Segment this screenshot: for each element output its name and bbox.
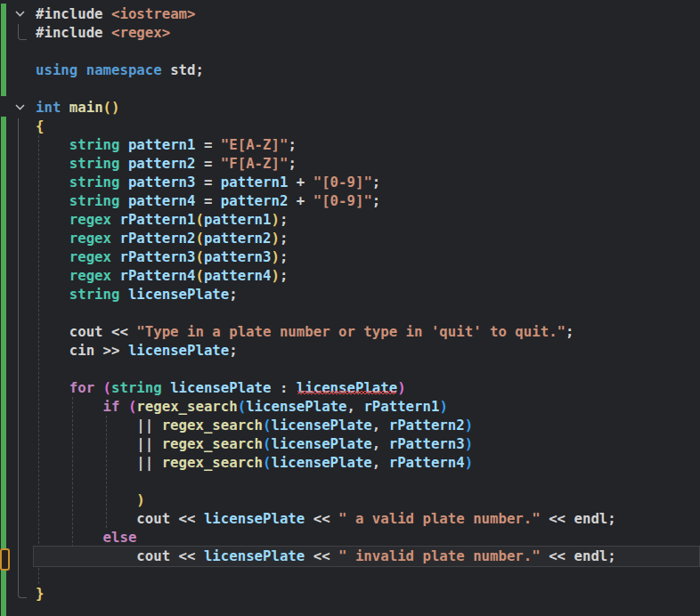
code-line[interactable]: cout << "Type in a plate number or type …	[0, 322, 700, 341]
code-line[interactable]: || regex_search(licensePlate, rPattern3)	[0, 434, 700, 453]
code-token: )	[439, 398, 447, 415]
code-token: =	[195, 192, 220, 209]
code-token: cin >>	[36, 342, 128, 359]
code-line[interactable]: }	[0, 584, 700, 603]
code-token: namespace	[86, 61, 162, 78]
code-token	[36, 192, 69, 209]
error-squiggle-token: licensePlate	[297, 379, 397, 396]
code-line[interactable]: string pattern4 = pattern2 + "[0-9]";	[0, 191, 700, 210]
code-token: }	[36, 585, 44, 602]
code-token: pattern1	[221, 174, 289, 190]
code-line[interactable]	[0, 472, 700, 490]
string-literal: " a valid plate number."	[338, 510, 541, 527]
code-line[interactable]: if (regex_search(licensePlate, rPattern1…	[0, 397, 700, 416]
code-token: )	[465, 435, 473, 452]
code-token: pattern1	[128, 136, 196, 153]
code-token: rPattern1	[119, 211, 195, 228]
code-line[interactable]: #include <regex>	[0, 23, 700, 42]
code-line[interactable]: else	[0, 528, 700, 547]
code-token: cout <<	[36, 547, 204, 564]
code-line[interactable]: {	[0, 117, 700, 135]
code-token: ;	[288, 136, 296, 153]
code-token: )	[465, 454, 473, 471]
code-token: regex_search	[136, 398, 237, 415]
code-token: ||	[36, 417, 162, 434]
code-token	[61, 99, 69, 116]
code-token	[36, 398, 103, 415]
code-token: << endl;	[541, 547, 616, 564]
code-token: (	[195, 248, 203, 265]
string-literal: "[0-9]"	[313, 192, 372, 209]
code-token: regex	[69, 248, 111, 265]
code-token: )	[272, 248, 280, 265]
code-token	[119, 136, 127, 153]
code-token: licensePlate	[271, 417, 371, 434]
code-token: licensePlate	[204, 547, 305, 564]
code-line[interactable]: cin >> licensePlate;	[0, 341, 700, 360]
code-line[interactable]: cout << licensePlate << " a valid plate …	[0, 509, 700, 528]
code-line[interactable]: string licensePlate;	[0, 285, 700, 304]
code-token	[36, 211, 69, 228]
code-token: licensePlate	[246, 398, 346, 415]
code-line[interactable]	[0, 42, 700, 61]
code-line[interactable]: for (string licensePlate : licensePlate)	[0, 378, 700, 397]
code-token: ;	[229, 286, 237, 303]
code-token: rPattern4	[119, 267, 195, 284]
code-token	[36, 267, 69, 284]
code-token: rPattern2	[119, 230, 195, 247]
code-token: else	[103, 529, 137, 546]
code-line[interactable]: regex rPattern3(pattern3);	[0, 247, 700, 266]
code-token: =	[195, 136, 220, 153]
code-token: ;	[229, 342, 237, 359]
code-token: (	[128, 398, 136, 415]
code-token	[36, 491, 136, 508]
code-token: ;	[280, 211, 288, 228]
code-line[interactable]: )	[0, 490, 700, 509]
code-line[interactable]: || regex_search(licensePlate, rPattern4)	[0, 453, 700, 472]
code-line[interactable]: #include <iostream>	[0, 4, 700, 23]
code-line[interactable]: string pattern1 = "E[A-Z]";	[0, 135, 700, 154]
code-line[interactable]: || regex_search(licensePlate, rPattern2)	[0, 416, 700, 434]
code-token: pattern2	[128, 155, 196, 172]
code-line[interactable]	[0, 360, 700, 378]
code-token: rPattern2	[389, 417, 465, 434]
code-token: )	[272, 211, 280, 228]
code-line[interactable]: string pattern3 = pattern1 + "[0-9]";	[0, 173, 700, 191]
code-line[interactable]: regex rPattern2(pattern2);	[0, 229, 700, 247]
code-token: rPattern1	[363, 398, 439, 415]
code-editor[interactable]: #include <iostream>#include <regex>using…	[0, 0, 700, 616]
code-token: string	[111, 379, 162, 396]
code-line[interactable]	[0, 79, 700, 98]
code-token: main	[69, 99, 103, 116]
code-line[interactable]: regex rPattern1(pattern1);	[0, 210, 700, 229]
code-token: regex_search	[162, 454, 263, 471]
code-line[interactable]: regex rPattern4(pattern4);	[0, 266, 700, 285]
code-token: string	[69, 155, 120, 172]
code-line[interactable]	[0, 304, 700, 322]
code-token: (	[103, 379, 111, 396]
string-literal: "E[A-Z]"	[221, 136, 289, 153]
code-token: string	[69, 192, 120, 209]
code-line[interactable]: int main()	[0, 98, 700, 117]
code-token: string	[69, 136, 120, 153]
code-line[interactable]: string pattern2 = "F[A-Z]";	[0, 154, 700, 173]
code-token: std;	[162, 61, 204, 78]
code-token: )	[272, 230, 280, 247]
code-token: cout <<	[36, 510, 204, 527]
code-token: ;	[280, 248, 288, 265]
code-token: )	[465, 417, 473, 434]
code-token	[36, 379, 69, 396]
code-token: (	[195, 267, 203, 284]
code-token	[36, 136, 69, 153]
code-token: regex	[69, 230, 111, 247]
code-token: pattern4	[128, 192, 196, 209]
code-line[interactable]	[0, 565, 700, 584]
code-token: int	[36, 99, 61, 116]
code-token: ,	[347, 398, 364, 415]
code-token: (	[195, 211, 203, 228]
code-line[interactable]: cout << licensePlate << " invalid plate …	[0, 547, 700, 565]
code-line[interactable]: using namespace std;	[0, 61, 700, 79]
code-token: +	[288, 174, 313, 190]
code-token: regex	[69, 211, 111, 228]
code-token	[162, 379, 170, 396]
